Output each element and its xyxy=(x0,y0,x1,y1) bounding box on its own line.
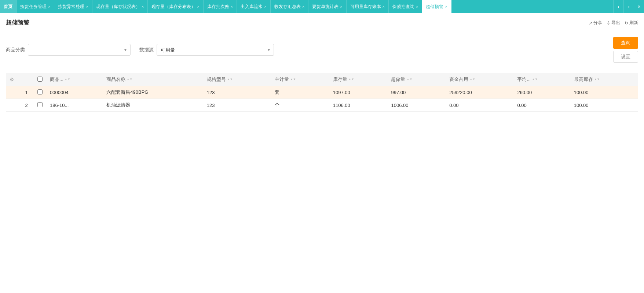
sort-icon: ▲▼ xyxy=(406,78,412,81)
sort-icon: ▲▼ xyxy=(127,78,132,81)
close-icon[interactable]: × xyxy=(48,4,50,9)
row-spec-cell: 123 xyxy=(203,86,271,99)
sort-icon: ▲▼ xyxy=(594,78,600,81)
query-button[interactable]: 查询 xyxy=(613,37,638,49)
data-table: ⚙ 商品... ▲▼ 商品名称 ▲▼ xyxy=(6,73,638,112)
row-capital-cell: 259220.00 xyxy=(446,86,513,99)
table-header-row: ⚙ 商品... ▲▼ 商品名称 ▲▼ xyxy=(6,73,638,86)
table-row: 1 0000004 六配套新昌490BPG 123 套 1097.00 997.… xyxy=(6,86,638,99)
row-maxstock-cell: 100.00 xyxy=(570,99,638,112)
nav-tab-7[interactable]: 收发存汇总表 × xyxy=(271,0,308,13)
row-code-cell: 0000004 xyxy=(46,86,103,99)
row-spec-cell: 123 xyxy=(203,99,271,112)
row-checkbox[interactable] xyxy=(37,89,43,94)
row-overstock-cell: 1006.00 xyxy=(387,99,446,112)
share-icon: ↗ xyxy=(589,21,592,26)
datasource-filter: 数据源 可用量 库存量 ▼ xyxy=(139,44,274,56)
refresh-button[interactable]: ↻ 刷新 xyxy=(625,20,638,26)
nav-tab-9[interactable]: 可用量库存账本 × xyxy=(347,0,389,13)
col-code-header[interactable]: 商品... ▲▼ xyxy=(46,73,103,86)
nav-arrows: ‹ › × xyxy=(613,0,644,13)
close-icon[interactable]: × xyxy=(416,4,418,9)
nav-more-button[interactable]: × xyxy=(634,0,644,13)
row-avg-cell: 260.00 xyxy=(513,86,570,99)
page-header: 超储预警 ↗ 分享 ⇩ 导出 ↻ 刷新 xyxy=(6,19,638,27)
col-unit-header[interactable]: 主计量 ▲▼ xyxy=(271,73,329,86)
col-maxstock-header[interactable]: 最高库存 ▲▼ xyxy=(570,73,638,86)
close-icon[interactable]: × xyxy=(142,4,144,9)
filter-buttons: 查询 设置 xyxy=(613,37,638,63)
nav-tab-home[interactable]: 首页 xyxy=(0,0,17,13)
nav-tab-3[interactable]: 现存量（库存状况表） × xyxy=(92,0,148,13)
row-checkbox-cell xyxy=(34,86,46,99)
datasource-select[interactable]: 可用量 库存量 xyxy=(157,44,274,56)
row-unit-cell: 套 xyxy=(271,86,329,99)
row-num-cell: 2 xyxy=(19,99,34,112)
col-avg-header[interactable]: 平均... ▲▼ xyxy=(513,73,570,86)
row-stock-cell: 1097.00 xyxy=(329,86,388,99)
datasource-label: 数据源 xyxy=(139,47,154,53)
close-icon[interactable]: × xyxy=(231,4,233,9)
select-all-checkbox[interactable] xyxy=(37,77,43,82)
filter-area: 商品分类 ▼ 数据源 可用量 库存量 ▼ 查询 设置 xyxy=(6,33,638,67)
nav-tab-8[interactable]: 要货单统计表 × xyxy=(308,0,346,13)
close-icon[interactable]: × xyxy=(340,4,342,9)
sort-icon: ▲▼ xyxy=(290,78,296,81)
category-label: 商品分类 xyxy=(6,47,25,53)
nav-next-button[interactable]: › xyxy=(623,0,634,13)
nav-tab-1[interactable]: 拣货任务管理 × xyxy=(17,0,54,13)
col-capital-header[interactable]: 资金占用 ▲▼ xyxy=(446,73,513,86)
export-button[interactable]: ⇩ 导出 xyxy=(607,20,620,26)
close-icon[interactable]: × xyxy=(302,4,304,9)
close-icon[interactable]: × xyxy=(445,4,447,9)
top-navigation: 首页 拣货任务管理 × 拣货异常处理 × 现存量（库存状况表） × 现存量（库存… xyxy=(0,0,644,13)
table-header: ⚙ 商品... ▲▼ 商品名称 ▲▼ xyxy=(6,73,638,86)
sort-icon: ▲▼ xyxy=(532,78,538,81)
row-settings-cell xyxy=(6,99,19,112)
sort-icon: ▲▼ xyxy=(227,78,233,81)
nav-tab-10[interactable]: 保质期查询 × xyxy=(389,0,422,13)
row-settings-cell xyxy=(6,86,19,99)
nav-tab-11[interactable]: 超储预警 × xyxy=(422,0,451,13)
nav-tab-6[interactable]: 出入库流水 × xyxy=(237,0,270,13)
gear-icon[interactable]: ⚙ xyxy=(10,77,14,82)
page-title: 超储预警 xyxy=(6,19,29,27)
col-checkbox-header xyxy=(34,73,46,86)
export-icon: ⇩ xyxy=(607,21,610,26)
share-button[interactable]: ↗ 分享 xyxy=(589,20,602,26)
category-select-wrapper: ▼ xyxy=(28,44,131,56)
close-icon[interactable]: × xyxy=(86,4,88,9)
nav-tab-2[interactable]: 拣货异常处理 × xyxy=(54,0,92,13)
row-name-cell: 机油滤清器 xyxy=(103,99,203,112)
row-checkbox[interactable] xyxy=(37,102,43,107)
row-code-cell: 186-10... xyxy=(46,99,103,112)
datasource-select-wrapper: 可用量 库存量 ▼ xyxy=(157,44,274,56)
row-checkbox-cell xyxy=(34,99,46,112)
page-content: 超储预警 ↗ 分享 ⇩ 导出 ↻ 刷新 商品分类 ▼ xyxy=(0,13,644,293)
col-spec-header[interactable]: 规格型号 ▲▼ xyxy=(203,73,271,86)
col-stock-header[interactable]: 库存量 ▲▼ xyxy=(329,73,388,86)
table-body: 1 0000004 六配套新昌490BPG 123 套 1097.00 997.… xyxy=(6,86,638,112)
category-select[interactable] xyxy=(28,44,131,56)
col-settings: ⚙ xyxy=(6,73,19,86)
nav-tab-4[interactable]: 现存量（库存分布表） × xyxy=(148,0,203,13)
sort-icon: ▲▼ xyxy=(65,78,70,81)
row-unit-cell: 个 xyxy=(271,99,329,112)
nav-prev-button[interactable]: ‹ xyxy=(613,0,623,13)
col-name-header[interactable]: 商品名称 ▲▼ xyxy=(103,73,203,86)
row-avg-cell: 0.00 xyxy=(513,99,570,112)
table-row: 2 186-10... 机油滤清器 123 个 1106.00 1006.00 … xyxy=(6,99,638,112)
close-icon[interactable]: × xyxy=(197,4,199,9)
col-overstock-header[interactable]: 超储量 ▲▼ xyxy=(387,73,446,86)
row-stock-cell: 1106.00 xyxy=(329,99,388,112)
close-icon[interactable]: × xyxy=(383,4,385,9)
close-icon[interactable]: × xyxy=(264,4,266,9)
refresh-icon: ↻ xyxy=(625,21,628,26)
settings-button[interactable]: 设置 xyxy=(613,51,638,63)
sort-icon: ▲▼ xyxy=(469,78,475,81)
row-num-cell: 1 xyxy=(19,86,34,99)
sort-icon: ▲▼ xyxy=(348,78,354,81)
col-rownum xyxy=(19,73,34,86)
row-name-cell: 六配套新昌490BPG xyxy=(103,86,203,99)
nav-tab-5[interactable]: 库存批次账 × xyxy=(204,0,237,13)
